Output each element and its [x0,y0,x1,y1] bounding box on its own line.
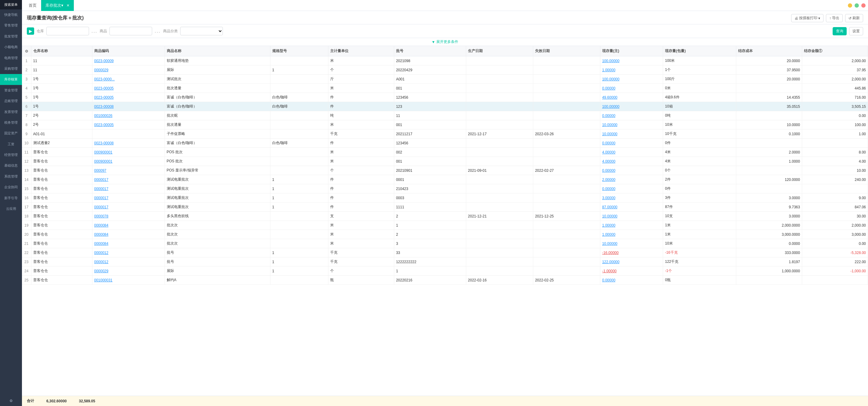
window-close[interactable] [861,3,866,8]
table-cell[interactable]: 0.00000 [600,276,663,285]
table-cell[interactable]: 0023-00009 [92,56,165,66]
table-cell[interactable]: 0023-00008 [92,102,165,111]
category-select[interactable] [180,27,223,35]
table-cell[interactable]: 100.00000 [600,102,663,111]
table-cell: 2 [394,230,466,239]
table-cell[interactable]: 0000017 [92,194,165,203]
tab-inventory-batch[interactable]: 库存批次▾ ✕ [41,0,74,11]
table-cell[interactable]: 0.00000 [600,111,663,120]
table-cell[interactable]: 4.00000 [600,157,663,166]
sidebar-settings-icon[interactable]: ⚙ [0,396,22,406]
settings-button[interactable]: 设置 [849,27,863,35]
table-cell[interactable]: 000097 [92,166,165,175]
table-cell[interactable]: 001000031 [92,276,165,285]
filter-expand-arrow[interactable]: ▶ [27,27,34,35]
table-cell[interactable]: 0023-00005 [92,120,165,130]
table-cell[interactable]: 0000017 [92,203,165,212]
tab-home[interactable]: 首页 [24,0,41,11]
sidebar-item-mini-ecom[interactable]: 小额电商 [0,42,22,53]
table-cell[interactable]: 0000017 [92,175,165,184]
sidebar-item-wholesale[interactable]: 批发管理 [0,31,22,42]
table-cell: 批次次 [165,221,270,230]
table-cell[interactable]: 0023-0000... [92,75,165,84]
refresh-button[interactable]: ↺ 刷新 [845,14,863,22]
table-cell[interactable]: -1.00000 [600,267,663,276]
sidebar-item-purchase[interactable]: 采购管理 [0,63,22,74]
window-maximize[interactable] [855,3,859,8]
table-cell[interactable]: 10.00000 [600,239,663,248]
table-cell: 普客仓仓 [31,157,92,166]
table-cell[interactable]: 0000029 [92,267,165,276]
table-cell[interactable]: 1.00000 [600,66,663,75]
sidebar-item-inventory[interactable]: 库存核算 [0,74,22,85]
table-row: 12普客仓仓000900001POS 批次米0014.000004米1.0000… [22,157,868,166]
table-cell[interactable]: 0000084 [92,239,165,248]
table-cell[interactable]: 100.00000 [600,75,663,84]
sidebar-item-ecom[interactable]: 电商管理 [0,53,22,63]
table-cell[interactable]: 0023-00008 [92,139,165,148]
table-cell[interactable]: 000900001 [92,157,165,166]
table-cell[interactable]: 1.00000 [600,230,663,239]
table-cell[interactable]: 4.00000 [600,148,663,157]
tab-close-icon[interactable]: ✕ [66,3,69,8]
table-cell[interactable]: 0000078 [92,212,165,221]
sidebar-item-enterprise[interactable]: 企业协同 [0,182,22,193]
table-cell [533,84,600,93]
table-cell[interactable]: 100.00000 [600,56,663,66]
table-cell[interactable]: 0023-00005 [92,93,165,102]
table-cell[interactable] [92,130,165,139]
sidebar-item-general[interactable]: 总账管理 [0,96,22,106]
table-cell[interactable]: 3.00000 [600,194,663,203]
sidebar-item-system[interactable]: 系统管理 [0,171,22,182]
sidebar-item-tax[interactable]: 税务管理 [0,117,22,128]
table-cell[interactable]: 1.00000 [600,221,663,230]
sidebar-item-quick-nav[interactable]: 快捷导航 [0,9,22,20]
expand-conditions[interactable]: ▼ 展开更多条件 [432,39,459,44]
table-cell[interactable]: 0000084 [92,221,165,230]
table-cell: 3 [394,239,466,248]
table-cell[interactable]: 0000012 [92,248,165,257]
table-cell: 17 [22,203,31,212]
table-cell[interactable]: 10.00000 [600,130,663,139]
table-cell: 100.00 [802,120,868,130]
table-cell: 20 [22,230,31,239]
table-cell[interactable]: 0.00000 [600,84,663,93]
sidebar-item-fixed-asset[interactable]: 固定资产 [0,128,22,139]
sidebar-item-cloud[interactable]: 云应用 [0,203,22,214]
table-cell[interactable]: 001000026 [92,111,165,120]
table-cell[interactable]: 0.00000 [600,166,663,175]
sidebar-item-newbie[interactable]: 新手引导 [0,193,22,203]
window-minimize[interactable] [848,3,852,8]
table-cell[interactable]: 122.00000 [600,257,663,267]
sidebar-item-invoice[interactable]: 发票管理 [0,107,22,117]
table-cell: 120.0000 [736,175,802,184]
table-cell[interactable]: 0.00000 [600,139,663,148]
goods-input[interactable] [110,27,152,35]
sidebar-item-retail[interactable]: 零售管理 [0,20,22,31]
export-button[interactable]: ↑ 导出 [826,14,843,22]
table-cell[interactable]: 10.00000 [600,120,663,130]
table-cell[interactable]: 000900001 [92,148,165,157]
warehouse-input[interactable] [46,27,89,35]
sidebar-item-asset[interactable]: 资金管理 [0,85,22,96]
table-cell[interactable]: 49.60000 [600,93,663,102]
table-cell[interactable]: 0023-00005 [92,84,165,93]
query-button[interactable]: 查询 [833,27,847,35]
table-cell[interactable]: 87.00000 [600,203,663,212]
sidebar-item-ops[interactable]: 经营管理 [0,149,22,160]
table-cell[interactable]: 0000012 [92,257,165,267]
table-cell[interactable]: 0000017 [92,184,165,194]
table-cell[interactable]: 0.00000 [600,184,663,194]
table-cell[interactable]: 0000084 [92,230,165,239]
sidebar-logo[interactable]: 搜索菜单 [0,0,22,9]
footer-total-amount: 32,589.05 [79,399,95,403]
table-cell[interactable]: 2.00000 [600,175,663,184]
table-cell: 2021-12-17 [466,130,533,139]
table-cell[interactable]: -16.00000 [600,248,663,257]
table-cell: 批次透量 [165,120,270,130]
print-button[interactable]: 🖨 按摸板打印 ▾ [791,14,824,22]
table-cell[interactable]: 0000029 [92,66,165,75]
sidebar-item-basic-info[interactable]: 基础信息 [0,160,22,171]
sidebar-item-hr[interactable]: 工资 [0,139,22,149]
table-cell[interactable]: 10.00000 [600,212,663,221]
